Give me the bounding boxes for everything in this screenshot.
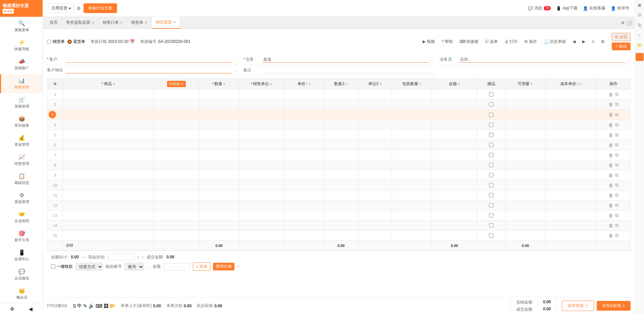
address-input[interactable] [66, 67, 232, 73]
pack-sorter[interactable]: ⇅ [419, 82, 422, 86]
delete-row-btn[interactable]: 🗑 [608, 223, 613, 228]
one-key-label[interactable]: 一键收款 [51, 264, 73, 269]
delete-row-btn[interactable]: 🗑 [608, 91, 613, 97]
unit2-cell[interactable] [358, 100, 392, 110]
video-btn[interactable]: ▶ 视频 [421, 38, 437, 46]
tab-price-settings[interactable]: 售价提取设置 ✕ [62, 17, 99, 29]
nav-prev-btn[interactable]: ◀ [571, 38, 578, 45]
delete-row-btn[interactable]: 🗑 [608, 192, 613, 198]
one-key-checkbox[interactable] [51, 264, 55, 269]
select-btn[interactable]: ☑ 选单 [483, 38, 500, 46]
copy-row-btn[interactable]: ⧉ [615, 202, 619, 208]
avail-sorter[interactable]: ⇅ [530, 82, 533, 86]
address-dots[interactable]: ... [234, 68, 238, 73]
amount-cell[interactable] [432, 110, 477, 120]
sidebar-item-inventory[interactable]: 📦 库存核算 [0, 112, 43, 131]
date-picker-icon[interactable]: 📅 [130, 39, 135, 44]
copy-row-btn[interactable]: ⧉ [615, 172, 619, 178]
cost-cell[interactable] [545, 89, 596, 100]
staff-input[interactable] [459, 56, 625, 63]
cost-cell[interactable] [545, 100, 596, 110]
operate-btn[interactable]: ⚙ 操作 [522, 38, 539, 46]
product-sorter[interactable]: ⇅ [113, 82, 115, 86]
help-btn[interactable]: ? 帮助 [439, 38, 455, 46]
product-input-active[interactable] [64, 112, 152, 117]
sidebar-item-purchase[interactable]: 🛒 采购管理 [0, 93, 43, 112]
sidebar-item-guide[interactable]: 🎯 新手引导 [0, 227, 43, 246]
nav-next-btn[interactable]: ▶ [580, 38, 587, 45]
price-cell[interactable] [284, 110, 324, 120]
avail-cell[interactable] [505, 89, 545, 100]
unit-cell[interactable] [239, 89, 284, 100]
copy-row-btn[interactable]: ⧉ [615, 122, 619, 128]
taskbar-icon-5[interactable]: ⌨ [96, 303, 102, 309]
service-btn[interactable]: 👤 在线客服 [583, 5, 605, 11]
copy-row-btn[interactable]: ⧉ [615, 223, 619, 228]
print-btn[interactable]: 🖨 打印 [502, 38, 520, 46]
sidebar-item-system[interactable]: ⚙ 系统管理 [0, 189, 43, 208]
right-tool-1[interactable]: ▣ [637, 3, 642, 7]
unit-sorter[interactable]: ⇅ [270, 82, 272, 86]
delete-row-btn[interactable]: 🗑 [608, 202, 613, 208]
qty-cell[interactable] [199, 110, 239, 120]
taskbar-icon-2[interactable]: 中 [77, 303, 82, 309]
right-tool-2[interactable]: ⊟ [638, 13, 641, 17]
gift-cell[interactable] [477, 110, 506, 120]
copy-row-btn[interactable]: ⧉ [615, 132, 619, 138]
experience-btn[interactable]: 体验行业方案 [84, 3, 117, 13]
gift-checkbox[interactable] [489, 233, 493, 238]
save-draft-btn[interactable]: 保存草稿 ∧ [562, 301, 594, 311]
sidebar-item-marketing[interactable]: 📣 营销推广 [0, 55, 43, 74]
copy-row-btn[interactable]: ⧉ [615, 91, 619, 97]
close-tab-btn[interactable]: ✕ [621, 20, 625, 25]
tab-home[interactable]: 首页 [46, 17, 62, 29]
delete-row-btn[interactable]: 🗑 [608, 152, 613, 158]
add-row-cell[interactable]: + [47, 110, 63, 120]
radio-return[interactable]: 退货单 [67, 39, 85, 45]
unit2-cell[interactable] [358, 110, 392, 120]
unit2-cell[interactable] [358, 89, 392, 100]
sidebar-settings-icon[interactable]: ⚙ [10, 306, 14, 312]
delete-row-btn[interactable]: 🗑 [608, 132, 613, 138]
view-grid-btn[interactable]: ⊞ [599, 38, 606, 45]
taskbar-icon-7[interactable]: 📂 [110, 303, 115, 309]
gift-checkbox[interactable] [489, 183, 493, 187]
unit2-sorter[interactable]: ⇅ [379, 82, 382, 86]
user-btn[interactable]: 👤 徐泽华 [611, 5, 629, 11]
shortcut-btn[interactable]: ⌨ 快捷键 [458, 38, 480, 46]
radio-return-input[interactable] [67, 40, 72, 44]
gift-checkbox[interactable] [489, 223, 493, 228]
add-row-btn[interactable]: + [49, 111, 56, 118]
copy-row-btn[interactable]: ⧉ [615, 182, 619, 188]
delete-row-btn[interactable]: 🗑 [608, 162, 613, 168]
tab-sales-return-close[interactable]: ✕ [173, 20, 176, 24]
right-tool-4[interactable]: ☆ [638, 33, 641, 38]
message-btn[interactable]: 💬 消息 70 [528, 5, 551, 11]
gift-checkbox[interactable] [489, 173, 493, 177]
qty2-sorter[interactable]: ⇅ [345, 82, 348, 86]
product-cell[interactable] [63, 89, 154, 100]
gift-checkbox[interactable] [489, 102, 493, 107]
copy-row-btn[interactable]: ⧉ [615, 233, 619, 238]
customer-dots[interactable]: ... [234, 57, 238, 62]
pack-cell[interactable] [392, 110, 432, 120]
delete-row-btn[interactable]: 🗑 [608, 233, 613, 238]
taskbar-icon-3[interactable]: ✎ [83, 303, 87, 309]
save-new-arrow[interactable]: ∧ [622, 303, 625, 308]
copy-row-btn[interactable]: ⧉ [615, 192, 619, 198]
history-btn[interactable]: 📃 历史单据 [542, 38, 568, 46]
gift-checkbox[interactable] [489, 123, 493, 127]
remark-input[interactable] [262, 67, 434, 73]
tab-sales-order[interactable]: 销售订单 ✕ [99, 17, 127, 29]
sidebar-item-apps[interactable]: 📱 应用中心 [0, 246, 43, 265]
cost-sorter[interactable]: ⇅ [579, 82, 582, 86]
right-tool-3[interactable]: 📎 [637, 23, 642, 27]
product-cell-active[interactable] [63, 110, 154, 120]
gift-checkbox[interactable] [489, 193, 493, 197]
qty2-cell[interactable] [324, 100, 358, 110]
copy-row-btn[interactable]: ⧉ [615, 142, 619, 148]
amount-cell[interactable] [432, 100, 477, 110]
tab-sales[interactable]: 销货单 ✕ [127, 17, 152, 29]
fee-split-btn[interactable]: 费用分摊 [213, 263, 234, 270]
account-select[interactable]: 账号 [124, 263, 144, 271]
